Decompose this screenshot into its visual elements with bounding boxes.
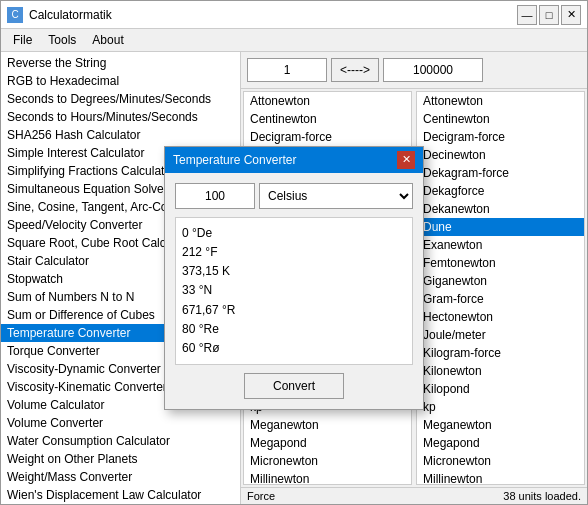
status-bar: Force 38 units loaded. <box>241 487 587 504</box>
value1-input[interactable] <box>247 58 327 82</box>
result-item: 212 °F <box>182 243 406 262</box>
right-unit-item[interactable]: Exanewton <box>417 236 584 254</box>
sidebar-item[interactable]: Weight on Other Planets <box>1 450 240 468</box>
menu-bar: File Tools About <box>1 29 587 52</box>
result-item: 671,67 °R <box>182 301 406 320</box>
modal-body: CelsiusFahrenheitKelvinRankineRéaumur 0 … <box>165 173 423 409</box>
right-unit-item[interactable]: Dekanewton <box>417 200 584 218</box>
convert-button[interactable]: Convert <box>244 373 344 399</box>
left-unit-item[interactable]: Centinewton <box>244 110 411 128</box>
result-item: 60 °Rø <box>182 339 406 358</box>
result-item: 373,15 K <box>182 262 406 281</box>
left-unit-item[interactable]: Micronewton <box>244 452 411 470</box>
modal-title: Temperature Converter <box>173 153 296 167</box>
modal-close-button[interactable]: ✕ <box>397 151 415 169</box>
modal-value-input[interactable] <box>175 183 255 209</box>
right-unit-list: AttonewtonCentinewtonDecigram-forceDecin… <box>416 91 585 485</box>
sidebar-item[interactable]: SHA256 Hash Calculator <box>1 126 240 144</box>
value2-input[interactable] <box>383 58 483 82</box>
right-unit-item[interactable]: Megapond <box>417 434 584 452</box>
menu-tools[interactable]: Tools <box>40 31 84 49</box>
right-unit-item[interactable]: Joule/meter <box>417 326 584 344</box>
app-title: Calculatormatik <box>29 8 112 22</box>
sidebar-item[interactable]: RGB to Hexadecimal <box>1 72 240 90</box>
right-unit-item[interactable]: kp <box>417 398 584 416</box>
left-unit-item[interactable]: Millinewton <box>244 470 411 485</box>
right-unit-item[interactable]: Meganewton <box>417 416 584 434</box>
right-unit-item[interactable]: Attonewton <box>417 92 584 110</box>
status-left: Force <box>247 490 275 502</box>
right-unit-item[interactable]: Millinewton <box>417 470 584 485</box>
right-unit-item[interactable]: Decinewton <box>417 146 584 164</box>
right-unit-item[interactable]: Hectonewton <box>417 308 584 326</box>
sidebar-item[interactable]: Reverse the String <box>1 54 240 72</box>
left-unit-item[interactable]: Meganewton <box>244 416 411 434</box>
minimize-button[interactable]: — <box>517 5 537 25</box>
app-icon: C <box>7 7 23 23</box>
title-left: C Calculatormatik <box>7 7 112 23</box>
main-window: C Calculatormatik — □ ✕ File Tools About… <box>0 0 588 505</box>
left-unit-item[interactable]: Attonewton <box>244 92 411 110</box>
right-unit-item[interactable]: Dekagforce <box>417 182 584 200</box>
right-unit-item[interactable]: Kilopond <box>417 380 584 398</box>
modal-title-bar: Temperature Converter ✕ <box>165 147 423 173</box>
sidebar-item[interactable]: Weight/Mass Converter <box>1 468 240 486</box>
close-button[interactable]: ✕ <box>561 5 581 25</box>
result-item: 0 °De <box>182 224 406 243</box>
title-bar: C Calculatormatik — □ ✕ <box>1 1 587 29</box>
modal-unit-select[interactable]: CelsiusFahrenheitKelvinRankineRéaumur <box>259 183 413 209</box>
sidebar-item[interactable]: Volume Converter <box>1 414 240 432</box>
right-unit-item[interactable]: Decigram-force <box>417 128 584 146</box>
right-unit-item[interactable]: Micronewton <box>417 452 584 470</box>
right-unit-item[interactable]: Giganewton <box>417 272 584 290</box>
maximize-button[interactable]: □ <box>539 5 559 25</box>
right-unit-item[interactable]: Dekagram-force <box>417 164 584 182</box>
temperature-converter-modal: Temperature Converter ✕ CelsiusFahrenhei… <box>164 146 424 410</box>
right-unit-item[interactable]: Kilonewton <box>417 362 584 380</box>
left-unit-item[interactable]: Megapond <box>244 434 411 452</box>
right-unit-item[interactable]: Dune <box>417 218 584 236</box>
sidebar-item[interactable]: Water Consumption Calculator <box>1 432 240 450</box>
right-unit-item[interactable]: Kilogram-force <box>417 344 584 362</box>
top-controls: <----> <box>241 52 587 89</box>
result-item: 80 °Re <box>182 320 406 339</box>
menu-file[interactable]: File <box>5 31 40 49</box>
menu-about[interactable]: About <box>84 31 131 49</box>
sidebar-item[interactable]: Seconds to Degrees/Minutes/Seconds <box>1 90 240 108</box>
arrow-button[interactable]: <----> <box>331 58 379 82</box>
main-content: Quadratic Equation SolverRadioactivity C… <box>1 52 587 504</box>
right-unit-item[interactable]: Femtonewton <box>417 254 584 272</box>
modal-input-row: CelsiusFahrenheitKelvinRankineRéaumur <box>175 183 413 209</box>
right-unit-item[interactable]: Centinewton <box>417 110 584 128</box>
sidebar-item[interactable]: Wien's Displacement Law Calculator <box>1 486 240 504</box>
right-unit-item[interactable]: Gram-force <box>417 290 584 308</box>
sidebar-item[interactable]: Seconds to Hours/Minutes/Seconds <box>1 108 240 126</box>
result-item: 33 °N <box>182 281 406 300</box>
status-right: 38 units loaded. <box>503 490 581 502</box>
window-controls: — □ ✕ <box>517 5 581 25</box>
left-unit-item[interactable]: Decigram-force <box>244 128 411 146</box>
modal-results: 0 °De212 °F373,15 K33 °N671,67 °R80 °Re6… <box>175 217 413 365</box>
